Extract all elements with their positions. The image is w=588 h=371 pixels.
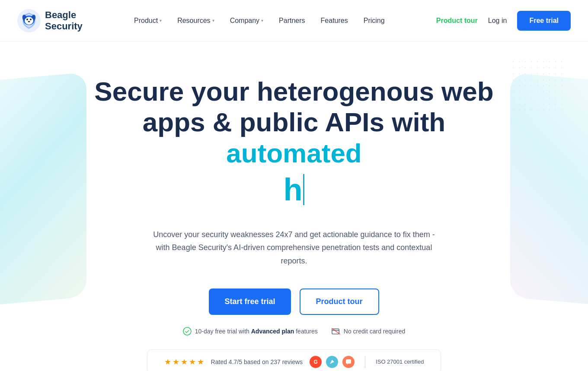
- star-3: ★: [181, 357, 188, 367]
- no-card-icon: [332, 327, 340, 336]
- start-free-trial-button[interactable]: Start free trial: [209, 289, 291, 315]
- svg-point-4: [25, 17, 33, 25]
- chevron-down-icon: ▾: [160, 18, 162, 23]
- product-tour-button[interactable]: Product tour: [300, 289, 379, 315]
- no-card-text: No credit card required: [344, 328, 405, 335]
- hero-buttons: Start free trial Product tour: [17, 289, 571, 315]
- hero-content: Secure your heterogenous web apps & publ…: [17, 76, 571, 371]
- hero-typed-line: h: [17, 172, 571, 207]
- hero-title-highlight: automated: [226, 138, 361, 168]
- no-card-badge: No credit card required: [332, 327, 405, 336]
- hero-badges: 10-day free trial with Advanced plan fea…: [17, 327, 571, 336]
- review-platform-logos: G: [310, 356, 355, 368]
- check-circle-icon: [183, 327, 192, 336]
- hero-section: Secure your heterogenous web apps & publ…: [0, 41, 588, 371]
- logo-text: Beagle Security: [45, 10, 83, 32]
- svg-point-8: [183, 327, 191, 335]
- hero-typed-char: h: [284, 172, 303, 207]
- star-4: ★: [189, 357, 196, 367]
- nav-company[interactable]: Company ▾: [230, 17, 263, 25]
- hero-title: Secure your heterogenous web apps & publ…: [82, 76, 506, 168]
- hero-subtitle: Uncover your security weaknesses 24x7 an…: [147, 228, 441, 268]
- nav-right: Product tour Log in Free trial: [436, 11, 571, 31]
- logo[interactable]: Beagle Security: [17, 9, 83, 32]
- star-1: ★: [164, 357, 171, 367]
- svg-point-7: [28, 21, 30, 22]
- svg-rect-12: [346, 359, 351, 364]
- ratings-bar: ★ ★ ★ ★ ★ Rated 4.7/5 based on 237 revie…: [147, 349, 441, 371]
- trial-badge: 10-day free trial with Advanced plan fea…: [183, 327, 318, 336]
- nav-login-link[interactable]: Log in: [488, 17, 507, 25]
- svg-point-5: [26, 19, 28, 20]
- g2-logo: G: [310, 356, 322, 368]
- star-2: ★: [173, 357, 179, 367]
- star-rating: ★ ★ ★ ★ ★: [164, 357, 204, 367]
- logo-icon: [17, 9, 41, 32]
- svg-point-6: [30, 19, 32, 20]
- iso-text: ISO 27001 certified: [376, 358, 424, 365]
- nav-partners[interactable]: Partners: [279, 17, 305, 25]
- star-5: ★: [197, 357, 204, 367]
- nav-product[interactable]: Product ▾: [134, 17, 162, 25]
- hero-cursor: [303, 174, 304, 205]
- ratings-divider: [365, 356, 365, 368]
- nav-features[interactable]: Features: [321, 17, 348, 25]
- nav-free-trial-button[interactable]: Free trial: [517, 11, 571, 31]
- trial-badge-text: 10-day free trial with Advanced plan fea…: [195, 328, 318, 335]
- nav-links: Product ▾ Resources ▾ Company ▾ Partners…: [134, 17, 385, 25]
- capterra-logo: [326, 356, 338, 368]
- svg-rect-9: [332, 329, 339, 334]
- nav-resources[interactable]: Resources ▾: [177, 17, 214, 25]
- navbar: Beagle Security Product ▾ Resources ▾ Co…: [0, 0, 588, 41]
- nav-pricing[interactable]: Pricing: [364, 17, 385, 25]
- nav-product-tour-link[interactable]: Product tour: [436, 17, 478, 25]
- chevron-down-icon: ▾: [212, 18, 214, 23]
- getapp-logo: [342, 356, 355, 368]
- rating-text: Rated 4.7/5 based on 237 reviews: [211, 358, 303, 365]
- chevron-down-icon: ▾: [261, 18, 263, 23]
